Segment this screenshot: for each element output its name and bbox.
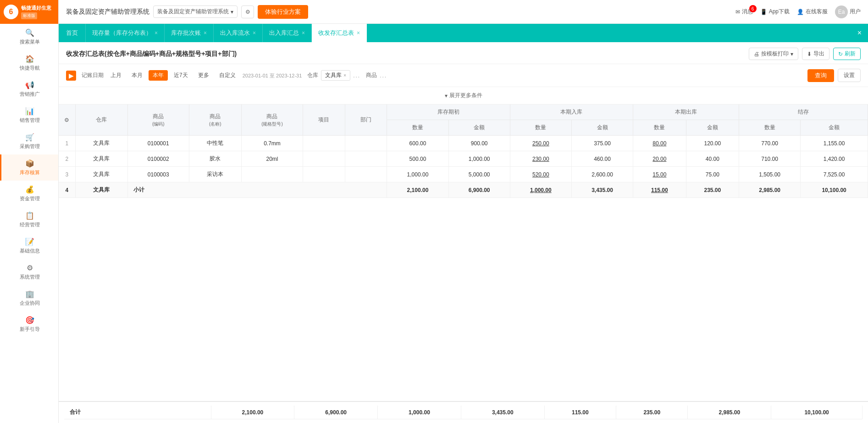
th-opening-qty: 数量 bbox=[387, 120, 448, 136]
sidebar-item-sales[interactable]: 📊 销售管理 bbox=[0, 102, 58, 128]
cell-num: 3 bbox=[59, 167, 75, 182]
sidebar-item-enterprise[interactable]: 🏢 企业协同 bbox=[0, 285, 58, 311]
system-title: 装备及固定资产辅助管理系统 bbox=[66, 8, 149, 16]
sidebar-label-system: 系统管理 bbox=[20, 274, 40, 280]
tab-batch-ledger[interactable]: 库存批次账 × bbox=[165, 24, 214, 42]
sidebar-icon-marketing: 📢 bbox=[25, 81, 34, 89]
th-closing-qty: 数量 bbox=[739, 120, 801, 136]
query-button[interactable]: 查询 bbox=[807, 69, 834, 82]
sidebar-item-inventory[interactable]: 📦 库存核算 bbox=[0, 154, 58, 181]
th-out-amt: 金额 bbox=[686, 120, 739, 136]
sidebar-label-sales: 销售管理 bbox=[20, 117, 40, 124]
date-custom[interactable]: 自定义 bbox=[215, 70, 240, 81]
table-row: 1 文具库 0100001 中性笔 0.7mm 600.00 900.00 25… bbox=[59, 136, 868, 151]
th-settings[interactable]: ⚙ bbox=[59, 104, 75, 136]
date-more[interactable]: 更多 bbox=[194, 70, 213, 81]
footer-label: 合计 bbox=[64, 406, 211, 419]
warehouse-tag-close[interactable]: × bbox=[343, 73, 346, 78]
warehouse-more-button[interactable]: ... bbox=[353, 72, 360, 79]
cell-ua: 40.00 bbox=[686, 151, 739, 167]
messages-button[interactable]: ✉ 消息 6 bbox=[735, 8, 753, 16]
sidebar-icon-system: ⚙ bbox=[27, 264, 33, 272]
tab-close-inventory-dist[interactable]: × bbox=[155, 30, 158, 36]
footer-in-amt: 3,435.00 bbox=[461, 406, 544, 419]
date-last-month[interactable]: 上月 bbox=[106, 70, 126, 81]
cell-ia: 460.00 bbox=[571, 151, 633, 167]
sidebar-item-newbie[interactable]: 🎯 新手引导 bbox=[0, 311, 58, 337]
sidebar-item-purchase[interactable]: 🛒 采购管理 bbox=[0, 128, 58, 154]
cell-dept bbox=[345, 136, 387, 151]
user-menu[interactable]: Ea 用户 bbox=[835, 5, 861, 18]
sidebar-label-enterprise: 企业协同 bbox=[20, 300, 40, 307]
table-row: 2 文具库 0100002 胶水 20ml 500.00 1,000.00 23… bbox=[59, 151, 868, 167]
top-header: 装备及固定资产辅助管理系统 装备及固定资产辅助管理系统 ▾ ⚙ 体验行业方案 ✉… bbox=[59, 0, 868, 24]
th-goods-name: 商品(名称) bbox=[189, 104, 241, 136]
tab-bar-close-button[interactable]: × bbox=[851, 29, 868, 37]
sidebar-icon-finance: 💰 bbox=[25, 185, 34, 194]
expand-more-button[interactable]: ▾ 展开更多条件 bbox=[441, 90, 486, 101]
goods-more-button[interactable]: ... bbox=[380, 72, 387, 79]
online-service-button[interactable]: 👤 在线客服 bbox=[797, 8, 828, 16]
refresh-button[interactable]: ↻ 刷新 bbox=[833, 48, 861, 60]
app-download-button[interactable]: 📱 App下载 bbox=[760, 8, 790, 16]
cell-name: 胶水 bbox=[189, 151, 241, 167]
sidebar-icon-basic-info: 📝 bbox=[25, 237, 34, 246]
cell-warehouse: 文具库 bbox=[75, 167, 127, 182]
th-in-qty: 数量 bbox=[510, 120, 571, 136]
filter-settings-button[interactable]: 设置 bbox=[838, 69, 861, 82]
cell-iq: 520.00 bbox=[510, 167, 571, 182]
print-button[interactable]: 🖨 按模板打印 ▾ bbox=[749, 48, 798, 60]
tab-in-out-flow[interactable]: 出入库流水 × bbox=[214, 24, 263, 42]
sidebar-icon-search: 🔍 bbox=[25, 28, 34, 37]
filter-toggle-button[interactable]: ▶ bbox=[66, 71, 76, 81]
sidebar-label-basic-info: 基础信息 bbox=[20, 247, 40, 254]
cell-project bbox=[303, 151, 345, 167]
cell-warehouse: 文具库 bbox=[75, 136, 127, 151]
tab-close-summary[interactable]: × bbox=[302, 30, 305, 36]
export-button[interactable]: ⬇ 导出 bbox=[802, 48, 829, 60]
page-title-bar: 收发存汇总表(按仓库+商品编码+商品+规格型号+项目+部门) 🖨 按模板打印 ▾… bbox=[59, 42, 868, 64]
sub-label: 小计 bbox=[127, 182, 387, 198]
tab-inventory-dist[interactable]: 现存量（库存分布表） × bbox=[86, 24, 165, 42]
date-7days[interactable]: 近7天 bbox=[170, 70, 192, 81]
sidebar-item-system[interactable]: ⚙ 系统管理 bbox=[0, 259, 58, 285]
sidebar-item-basic-info[interactable]: 📝 基础信息 bbox=[0, 233, 58, 259]
cell-spec bbox=[241, 167, 303, 182]
service-icon: 👤 bbox=[797, 9, 804, 15]
tab-home[interactable]: 首页 bbox=[59, 24, 86, 42]
settings-icon[interactable]: ⚙ bbox=[64, 117, 69, 123]
cell-oq: 500.00 bbox=[387, 151, 448, 167]
tab-receipt-summary[interactable]: 收发存汇总表 × bbox=[312, 24, 367, 42]
logo-text: 畅捷通好生意 标准版 bbox=[21, 5, 51, 19]
sidebar-label-finance: 资金管理 bbox=[20, 195, 40, 202]
refresh-icon: ↻ bbox=[838, 51, 843, 57]
th-out-qty: 数量 bbox=[633, 120, 686, 136]
sidebar-item-quick-nav[interactable]: 🏠 快捷导航 bbox=[0, 50, 58, 76]
gear-button[interactable]: ⚙ bbox=[241, 5, 254, 18]
footer-opening-qty: 2,100.00 bbox=[211, 406, 294, 419]
th-goods-code: 商品(编码) bbox=[127, 104, 189, 136]
sidebar-item-search[interactable]: 🔍 搜索菜单 bbox=[0, 24, 58, 50]
footer-in-qty: 1,000.00 bbox=[378, 406, 461, 419]
cell-ia: 375.00 bbox=[571, 136, 633, 151]
cell-name: 采访本 bbox=[189, 167, 241, 182]
footer-table: 合计 2,100.00 6,900.00 1,000.00 3,435.00 1… bbox=[64, 406, 862, 419]
logo-icon: 6 bbox=[4, 5, 18, 19]
tab-close-flow[interactable]: × bbox=[253, 30, 256, 36]
th-in-amt: 金额 bbox=[571, 120, 633, 136]
tab-close-batch[interactable]: × bbox=[204, 30, 207, 36]
chevron-down-icon: ▾ bbox=[791, 51, 793, 57]
sidebar-item-marketing[interactable]: 📢 营销推广 bbox=[0, 76, 58, 102]
cell-project bbox=[303, 167, 345, 182]
trial-button[interactable]: 体验行业方案 bbox=[258, 5, 308, 19]
tab-in-out-summary[interactable]: 出入库汇总 × bbox=[263, 24, 312, 42]
date-this-year[interactable]: 本年 bbox=[149, 70, 168, 81]
sidebar-item-operations[interactable]: 📋 经营管理 bbox=[0, 207, 58, 233]
table-footer: 合计 2,100.00 6,900.00 1,000.00 3,435.00 1… bbox=[59, 401, 868, 423]
sidebar-item-finance[interactable]: 💰 资金管理 bbox=[0, 181, 58, 207]
date-this-month[interactable]: 本月 bbox=[127, 70, 147, 81]
tab-close-receipt[interactable]: × bbox=[357, 30, 360, 36]
sidebar-icon-inventory: 📦 bbox=[25, 159, 34, 168]
system-dropdown[interactable]: 装备及固定资产辅助管理系统 ▾ bbox=[153, 5, 238, 18]
cell-oa: 900.00 bbox=[448, 136, 510, 151]
